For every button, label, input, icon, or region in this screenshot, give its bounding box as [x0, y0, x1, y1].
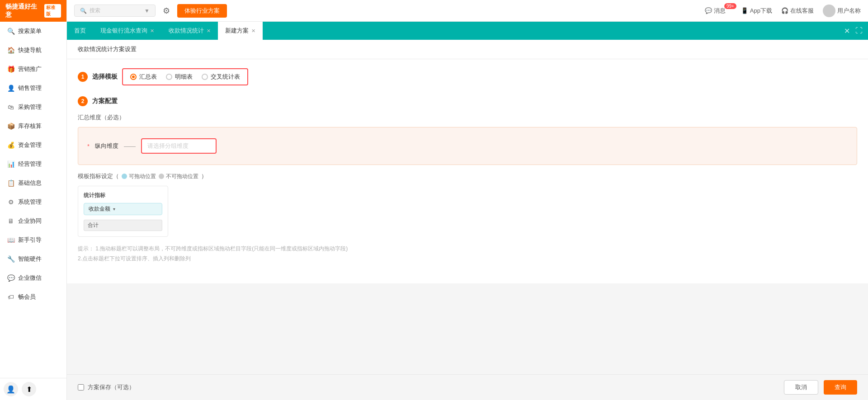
step1-badge: 1 — [78, 72, 88, 82]
box-icon: 📦 — [7, 122, 14, 130]
sidebar-item-marketing[interactable]: 🎁 营销推广 — [0, 60, 66, 79]
sidebar-item-quick-nav[interactable]: 🏠 快捷导航 — [0, 41, 66, 60]
search-placeholder-text: 搜索 — [90, 7, 100, 14]
sidebar-item-wechat[interactable]: 💬 企业微信 — [0, 268, 66, 287]
query-button[interactable]: 查询 — [824, 380, 857, 395]
sidebar-item-sales[interactable]: 👤 销售管理 — [0, 79, 66, 98]
sidebar: 畅捷通好生意 标准版 🔍 搜索菜单 🏠 快捷导航 🎁 营销推广 👤 销售管理 🛍… — [0, 0, 67, 400]
main-area: 🔍 搜索 ▼ ⚙ 体验行业方案 💬 消息 99+ 📱 App下载 🎧 在线客服 … — [67, 0, 868, 400]
cancel-button[interactable]: 取消 — [784, 380, 818, 395]
user-name-label: 用户名称 — [837, 7, 861, 15]
tab-cash-bank[interactable]: 现金银行流水查询 ✕ — [93, 22, 161, 40]
sidebar-bottom-icon-1[interactable]: 👤 — [4, 382, 18, 396]
sidebar-item-hardware[interactable]: 🔧 智能硬件 — [0, 249, 66, 268]
footer: 方案保存（可选） 取消 查询 — [67, 374, 868, 400]
header-search[interactable]: 🔍 搜索 ▼ — [74, 5, 156, 17]
sidebar-item-capital[interactable]: 💰 资金管理 — [0, 136, 66, 155]
monitor-icon: 🖥 — [7, 217, 14, 225]
step1-title: 选择模板 — [92, 73, 118, 81]
chart-icon: 📊 — [7, 160, 14, 168]
user-avatar-item[interactable]: 用户名称 — [823, 5, 861, 17]
sidebar-bottom-icon-2[interactable]: ⬆ — [22, 382, 36, 396]
tab-home[interactable]: 首页 — [67, 22, 93, 40]
logo-badge: 标准版 — [44, 4, 61, 18]
sidebar-item-member[interactable]: 🏷 畅会员 — [0, 287, 66, 306]
dimension-select[interactable]: 请选择分组维度 — [141, 138, 217, 154]
indicator-tag-amount[interactable]: 收款金额 ▾ — [84, 203, 162, 215]
fullscreen-icon[interactable]: ⛶ — [854, 25, 864, 37]
headset-icon: 🎧 — [781, 7, 788, 14]
sidebar-item-inventory[interactable]: 📦 库存核算 — [0, 117, 66, 136]
notification-badge: 99+ — [724, 3, 736, 9]
draggable-label: 可拖动位置 — [129, 173, 156, 180]
step1-section: 1 选择模板 汇总表 明细表 交叉统计表 — [78, 68, 857, 85]
header-right: 💬 消息 99+ 📱 App下载 🎧 在线客服 用户名称 — [705, 5, 861, 17]
close-tab-2-icon[interactable]: ✕ — [207, 28, 211, 34]
sidebar-item-label: 新手引导 — [18, 236, 42, 244]
sidebar-item-label: 快捷导航 — [18, 46, 42, 54]
indicators-config-section: 模板指标设定（ 可拖动位置 不可拖动位置 ） 统计指标 — [78, 172, 857, 237]
user-icon: 👤 — [7, 85, 14, 92]
radio-cross[interactable]: 交叉统计表 — [202, 73, 240, 81]
sidebar-item-search-menu[interactable]: 🔍 搜索菜单 — [0, 22, 66, 41]
tab-new-plan[interactable]: 新建方案 ✕ — [218, 22, 263, 40]
sidebar-item-label: 搜索菜单 — [18, 27, 42, 35]
radio-summary-label: 汇总表 — [139, 73, 157, 81]
indicator-tag-label: 收款金额 — [89, 205, 110, 213]
page-section-title: 收款情况统计方案设置 — [67, 40, 868, 59]
sidebar-logo: 畅捷通好生意 标准版 — [0, 0, 66, 22]
sidebar-item-label: 企业微信 — [18, 274, 42, 282]
sidebar-item-purchase[interactable]: 🛍 采购管理 — [0, 98, 66, 117]
radio-detail[interactable]: 明细表 — [166, 73, 193, 81]
sidebar-bottom: 👤 ⬆ — [0, 378, 66, 400]
app-download-item[interactable]: 📱 App下载 — [741, 7, 772, 15]
non-draggable-dot — [159, 174, 164, 179]
close-tab-3-icon[interactable]: ✕ — [251, 28, 255, 34]
draggable-position-badge: 可拖动位置 — [122, 173, 156, 180]
sidebar-item-enterprise[interactable]: 🖥 企业协同 — [0, 212, 66, 231]
sidebar-item-label: 经营管理 — [18, 160, 42, 168]
indicators-close-bracket: ） — [201, 172, 207, 180]
draggable-dot — [122, 174, 127, 179]
page-title-text: 收款情况统计方案设置 — [78, 46, 137, 52]
sidebar-item-guide[interactable]: 📖 新手引导 — [0, 231, 66, 249]
settings-gear-icon[interactable]: ⚙ — [163, 6, 170, 16]
message-icon: 💬 — [705, 7, 712, 14]
sidebar-item-label: 营销推广 — [18, 65, 42, 73]
template-select-box: 汇总表 明细表 交叉统计表 — [122, 68, 248, 85]
sidebar-item-label: 畅会员 — [18, 293, 36, 301]
dimension-area: * 纵向维度 —— 请选择分组维度 — [78, 127, 857, 165]
indicators-header-row: 模板指标设定（ 可拖动位置 不可拖动位置 ） — [78, 172, 857, 180]
online-service-item[interactable]: 🎧 在线客服 — [781, 7, 814, 15]
tab-payment-stat[interactable]: 收款情况统计 ✕ — [161, 22, 218, 40]
dimension-row: * 纵向维度 —— 请选择分组维度 — [87, 138, 848, 154]
sidebar-item-system[interactable]: ⚙ 系统管理 — [0, 193, 66, 212]
app-icon: 📱 — [741, 7, 748, 14]
chevron-down-icon: ▼ — [144, 8, 150, 14]
gift-icon: 🎁 — [7, 66, 14, 73]
sidebar-item-operation[interactable]: 📊 经营管理 — [0, 155, 66, 174]
industry-btn[interactable]: 体验行业方案 — [177, 4, 227, 18]
sidebar-item-basic-info[interactable]: 📋 基础信息 — [0, 174, 66, 193]
indicator-subtag-label: 合计 — [88, 222, 99, 228]
close-window-icon[interactable]: ✕ — [842, 25, 852, 37]
radio-dot-summary — [130, 74, 137, 80]
dimension-subtitle: 汇总维度（必选） — [78, 113, 857, 122]
vertical-dimension-label: 纵向维度 — [95, 142, 118, 150]
notification-item[interactable]: 💬 消息 99+ — [705, 7, 732, 15]
cash-bank-tab-label: 现金银行流水查询 — [100, 27, 147, 35]
indicator-subtag-total: 合计 — [84, 220, 162, 231]
sidebar-item-label: 企业协同 — [18, 217, 42, 225]
sidebar-item-label: 销售管理 — [18, 84, 42, 92]
close-tab-1-icon[interactable]: ✕ — [150, 28, 154, 34]
save-plan-checkbox[interactable] — [78, 384, 84, 391]
radio-summary[interactable]: 汇总表 — [130, 73, 157, 81]
top-header: 🔍 搜索 ▼ ⚙ 体验行业方案 💬 消息 99+ 📱 App下载 🎧 在线客服 … — [67, 0, 868, 22]
step2-badge: 2 — [78, 96, 88, 106]
step2-section: 2 方案配置 汇总维度（必选） * 纵向维度 —— 请选择分组维度 — [78, 96, 857, 264]
radio-dot-cross — [202, 74, 208, 80]
avatar — [823, 5, 835, 17]
indicators-config-label: 模板指标设定（ — [78, 172, 119, 180]
indicator-dropdown-icon: ▾ — [113, 207, 115, 212]
radio-dot-detail — [166, 74, 172, 80]
